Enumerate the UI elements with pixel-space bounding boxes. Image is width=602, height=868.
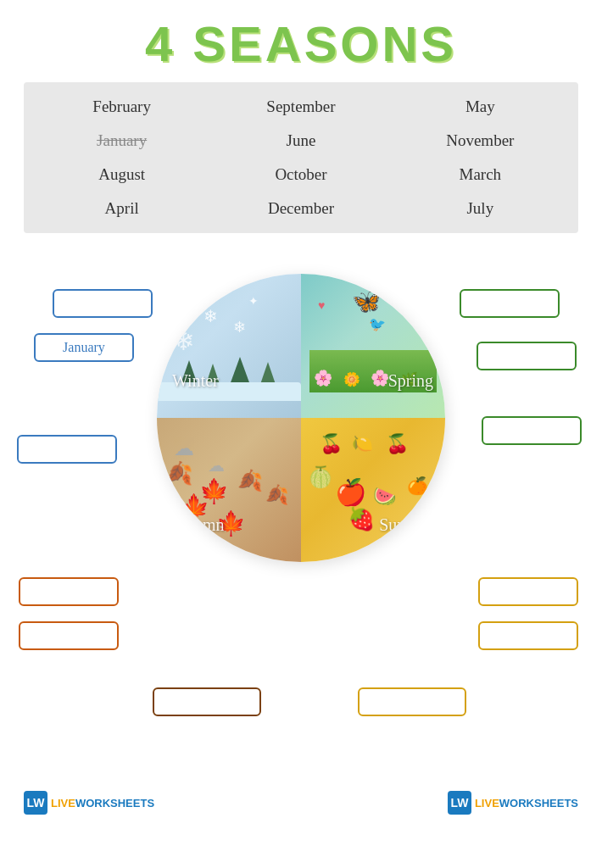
spring-quadrant: 🦋 ♥ ♥ 🐦 🌸 🌼 🌸 🌿 Spring <box>301 274 445 418</box>
summer-label: Summer <box>379 515 437 535</box>
word-cell-may: May <box>391 94 570 120</box>
spring-label: Spring <box>388 371 433 391</box>
word-bank: February September May January June Nove… <box>24 82 578 233</box>
logo-work-right: WORKSHEETS <box>499 797 578 810</box>
autumn-box-2[interactable] <box>19 621 119 650</box>
winter-box-2-january[interactable]: January <box>34 333 134 362</box>
word-cell-december: December <box>211 196 390 221</box>
winter-box-1[interactable] <box>53 289 153 318</box>
spring-box-1[interactable] <box>460 289 560 318</box>
summer-box-1[interactable] <box>478 577 578 606</box>
autumn-label: Autumn <box>169 515 225 535</box>
logo-work-left: WORKSHEETS <box>75 797 154 810</box>
autumn-box-3[interactable] <box>153 687 261 716</box>
word-cell-january: January <box>32 128 211 153</box>
diagram-area: ❄ ✦ ❄ ✦ ❄ ❄ Winter 🦋 ♥ <box>0 248 602 774</box>
summer-quadrant: 🍒 🍋 🍒 🍈 🍎 🍉 🍊 🍓 Summer <box>301 418 445 562</box>
word-cell-april: April <box>32 196 211 221</box>
summer-box-3[interactable] <box>358 687 466 716</box>
logo-live-left: LIVE <box>51 797 75 810</box>
autumn-box-1[interactable] <box>19 577 119 606</box>
winter-box-3[interactable] <box>17 435 117 464</box>
word-cell-october: October <box>211 162 390 187</box>
autumn-quadrant: ☁ ☁ 🍂 🍁 🍂 🍁 🍂 🍁 Autumn <box>157 418 301 562</box>
winter-quadrant: ❄ ✦ ❄ ✦ ❄ ❄ Winter <box>157 274 301 418</box>
page-title: 4 SEASONS <box>0 0 602 82</box>
word-cell-august: August <box>32 162 211 187</box>
logo-icon-left: LW <box>24 791 47 815</box>
word-cell-july: July <box>391 196 570 221</box>
word-cell-november: November <box>391 128 570 153</box>
logo-icon-right: LW <box>448 791 471 815</box>
liveworksheets-logo-left: LW LIVEWORKSHEETS <box>24 791 154 815</box>
liveworksheets-logo-right: LW LIVEWORKSHEETS <box>448 791 578 815</box>
summer-box-2[interactable] <box>478 621 578 650</box>
footer: LW LIVEWORKSHEETS LW LIVEWORKSHEETS <box>0 782 602 823</box>
word-cell-march: March <box>391 162 570 187</box>
winter-label: Winter <box>172 371 219 391</box>
seasons-circle: ❄ ✦ ❄ ✦ ❄ ❄ Winter 🦋 ♥ <box>157 274 445 562</box>
word-cell-september: September <box>211 94 390 120</box>
spring-box-3[interactable] <box>482 416 582 445</box>
word-cell-june: June <box>211 128 390 153</box>
logo-live-right: LIVE <box>475 797 499 810</box>
spring-box-2[interactable] <box>477 342 577 370</box>
word-cell-february: February <box>32 94 211 120</box>
